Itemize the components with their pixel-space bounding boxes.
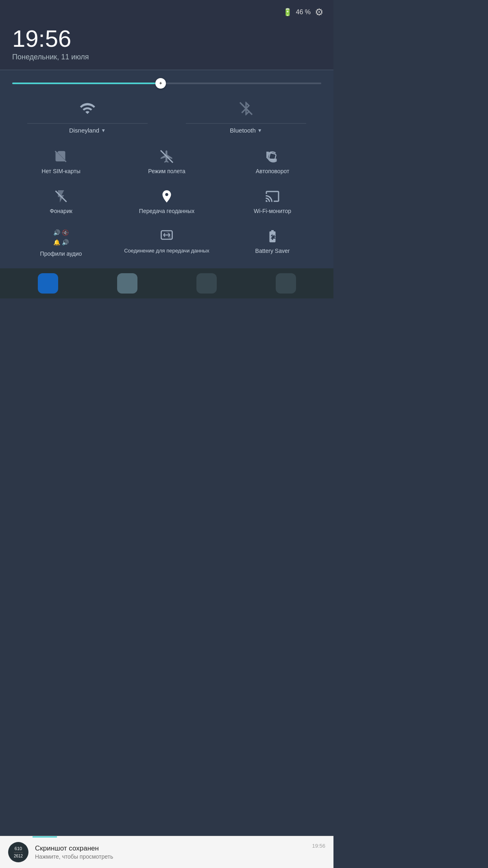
brightness-row[interactable] bbox=[8, 78, 325, 92]
wifi-icon bbox=[79, 100, 96, 120]
wifi-dropdown-arrow[interactable]: ▼ bbox=[101, 128, 106, 133]
date-display: Понедельник, 11 июля bbox=[12, 53, 321, 61]
bluetooth-icon bbox=[238, 100, 254, 120]
status-bar: 🔋 46 % ⚙ bbox=[0, 0, 333, 23]
audioprofile-item[interactable]: 🔊🔇 🔔🔊 Профили аудио bbox=[8, 222, 114, 264]
wifi-label: Disneyland bbox=[69, 127, 99, 134]
notification-numbers: 610 2612 bbox=[14, 846, 23, 859]
notification-text: Скриншот сохранен Нажмите, чтобы просмот… bbox=[35, 844, 305, 860]
flashlight-label: Фонарик bbox=[50, 208, 72, 214]
location-icon bbox=[159, 189, 174, 204]
bluetooth-label: Bluetooth bbox=[230, 127, 255, 134]
no-sim-item[interactable]: Нет SIM-карты bbox=[8, 142, 114, 182]
clock-area: 19:56 Понедельник, 11 июля bbox=[0, 23, 333, 70]
tethering-label: Соединение для передачи данных bbox=[124, 248, 209, 254]
notification-bar[interactable]: 610 2612 Скриншот сохранен Нажмите, чтоб… bbox=[0, 836, 333, 868]
no-sim-icon bbox=[54, 149, 68, 164]
cast-label: Wi-Fi-монитор bbox=[254, 208, 291, 214]
quick-settings-panel: Disneyland ▼ Bluetooth ▼ bbox=[0, 70, 333, 268]
app-icons-row bbox=[0, 268, 333, 298]
app-icon-4[interactable] bbox=[276, 273, 296, 294]
wifi-toggle[interactable]: Disneyland ▼ bbox=[8, 96, 167, 138]
wifi-label-row: Disneyland ▼ bbox=[69, 127, 106, 134]
app-icon-3[interactable] bbox=[196, 273, 217, 294]
brightness-slider[interactable] bbox=[12, 83, 321, 84]
num-bottom: 2612 bbox=[14, 853, 23, 859]
bluetooth-divider bbox=[186, 123, 306, 124]
audioprofile-label: Профили аудио bbox=[40, 250, 82, 257]
batterysaver-icon bbox=[265, 229, 280, 244]
cast-item[interactable]: Wi-Fi-монитор bbox=[220, 182, 325, 222]
batterysaver-item[interactable]: Battery Saver bbox=[220, 222, 325, 264]
app-icon-2[interactable] bbox=[117, 273, 137, 294]
quick-actions-grid: Нет SIM-карты Режим полета Автоповорот bbox=[8, 142, 325, 264]
no-sim-label: Нет SIM-карты bbox=[41, 168, 80, 174]
wifi-divider bbox=[27, 123, 148, 124]
toggle-row: Disneyland ▼ Bluetooth ▼ bbox=[8, 96, 325, 138]
airplane-item[interactable]: Режим полета bbox=[114, 142, 220, 182]
num-top: 610 bbox=[14, 846, 23, 853]
location-label: Передача геоданных bbox=[139, 208, 194, 214]
bluetooth-toggle[interactable]: Bluetooth ▼ bbox=[167, 96, 325, 138]
flashlight-item[interactable]: Фонарик bbox=[8, 182, 114, 222]
tethering-icon bbox=[159, 229, 174, 244]
notification-time: 19:56 bbox=[312, 843, 325, 849]
bluetooth-label-row: Bluetooth ▼ bbox=[230, 127, 262, 134]
notification-progress-bar bbox=[33, 836, 57, 838]
autorotate-icon bbox=[265, 149, 280, 164]
cast-icon bbox=[265, 189, 280, 204]
bluetooth-dropdown-arrow[interactable]: ▼ bbox=[257, 128, 262, 133]
airplane-label: Режим полета bbox=[148, 168, 185, 174]
notification-thumb: 610 2612 bbox=[8, 842, 28, 862]
battery-icon: 🔋 bbox=[283, 8, 292, 17]
brightness-thumb[interactable] bbox=[155, 78, 166, 89]
batterysaver-label: Battery Saver bbox=[255, 248, 290, 254]
app-icon-1[interactable] bbox=[38, 273, 58, 294]
flashlight-icon bbox=[54, 189, 68, 204]
airplane-icon bbox=[159, 149, 174, 164]
notification-title: Скриншот сохранен bbox=[35, 844, 305, 853]
time-display: 19:56 bbox=[12, 27, 321, 50]
settings-icon[interactable]: ⚙ bbox=[315, 7, 324, 18]
location-item[interactable]: Передача геоданных bbox=[114, 182, 220, 222]
autorotate-item[interactable]: Автоповорот bbox=[220, 142, 325, 182]
audioprofile-icon: 🔊🔇 🔔🔊 bbox=[53, 229, 69, 246]
brightness-fill bbox=[12, 83, 161, 84]
battery-percentage: 46 % bbox=[296, 9, 311, 16]
autorotate-label: Автоповорот bbox=[256, 168, 290, 174]
tethering-item[interactable]: Соединение для передачи данных bbox=[114, 222, 220, 264]
notification-subtitle: Нажмите, чтобы просмотреть bbox=[35, 853, 305, 860]
